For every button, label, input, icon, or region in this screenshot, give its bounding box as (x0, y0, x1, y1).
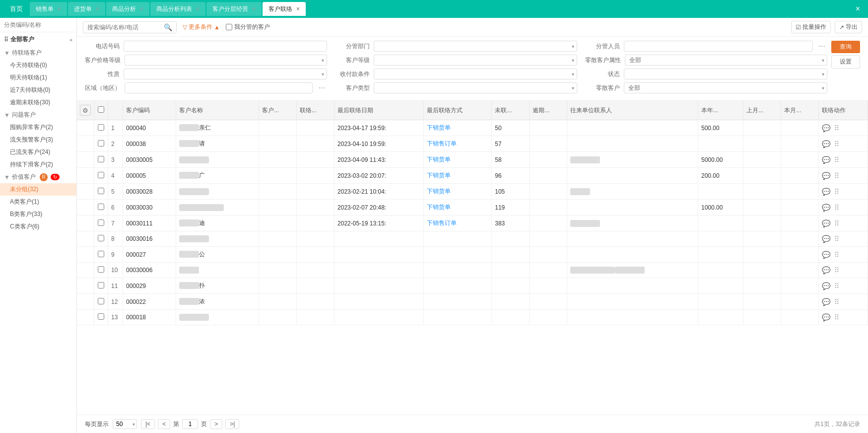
message-icon[interactable]: 💬 (822, 219, 830, 227)
payment-select[interactable] (374, 69, 577, 79)
tab-customer-contact[interactable]: 客户联络 × (263, 2, 306, 16)
last-contact-way[interactable]: 下销货单 (427, 156, 451, 163)
tab-sales[interactable]: 销售单 × (30, 2, 67, 16)
message-icon[interactable]: 💬 (822, 188, 830, 196)
sidebar-item-class-a[interactable]: A类客户(1) (0, 196, 76, 208)
sidebar-item-declining[interactable]: 持续下滑客户(2) (0, 158, 76, 171)
message-icon[interactable]: 💬 (822, 156, 830, 164)
cust-type-select[interactable] (374, 82, 577, 93)
sidebar-item-lost[interactable]: 已流失客户(24) (0, 146, 76, 158)
message-icon[interactable]: 💬 (822, 313, 830, 321)
close-analysis-tab[interactable]: × (140, 2, 143, 16)
grid-action-icon[interactable]: ⠿ (834, 172, 839, 180)
message-icon[interactable]: 💬 (822, 298, 830, 306)
grid-action-icon[interactable]: ⠿ (834, 313, 839, 321)
staff-dots[interactable]: ··· (817, 42, 827, 51)
page-number-input[interactable] (182, 419, 198, 429)
tab-home[interactable]: 首页 (4, 2, 29, 16)
close-purchase-tab[interactable]: × (96, 2, 99, 16)
message-icon[interactable]: 💬 (822, 124, 830, 132)
message-icon[interactable]: 💬 (822, 251, 830, 259)
grid-action-icon[interactable]: ⠿ (834, 124, 839, 132)
sidebar-item-abnormal[interactable]: 囤购异常客户(2) (0, 121, 76, 134)
sidebar-item-class-c[interactable]: C类客户(6) (0, 220, 76, 233)
close-sales-tab[interactable]: × (58, 2, 61, 16)
row-checkbox[interactable] (98, 124, 104, 131)
last-contact-way[interactable]: 下销货单 (427, 124, 451, 131)
tab-analysis-list[interactable]: 商品分析列表 × (150, 2, 205, 16)
all-customers-header[interactable]: ⠿ 全部客户 « (0, 32, 76, 47)
last-contact-way[interactable]: 下销货单 (427, 188, 451, 195)
message-icon[interactable]: 💬 (822, 204, 830, 212)
nav-close-button[interactable]: × (852, 4, 864, 13)
sidebar-item-7days[interactable]: 近7天待联络(0) (0, 84, 76, 96)
select-all-checkbox[interactable] (98, 106, 104, 113)
last-contact-way[interactable]: 下销货单 (427, 172, 451, 179)
row-checkbox[interactable] (98, 156, 104, 162)
tab-customer-mgr[interactable]: 客户分层经营 × (206, 2, 262, 16)
row-checkbox[interactable] (98, 188, 104, 194)
status-select[interactable] (624, 69, 827, 79)
dept-select[interactable] (374, 41, 577, 52)
grid-action-icon[interactable]: ⠿ (834, 219, 839, 227)
row-checkbox[interactable] (98, 298, 104, 304)
message-icon[interactable]: 💬 (822, 235, 830, 243)
last-contact-way[interactable]: 下销售订单 (427, 140, 457, 147)
close-customer-mgr-tab[interactable]: × (252, 2, 256, 16)
nature-select[interactable] (124, 69, 327, 79)
export-button[interactable]: ↗ 导出 (835, 21, 862, 33)
grid-action-icon[interactable]: ⠿ (834, 156, 839, 164)
message-icon[interactable]: 💬 (822, 172, 830, 180)
my-customers-check[interactable] (226, 24, 232, 30)
retail-attr-select[interactable]: 全部 (625, 55, 827, 66)
row-checkbox[interactable] (98, 251, 104, 257)
more-filters-btn[interactable]: ▽ 更多条件 ▲ (183, 23, 220, 31)
price-level-select[interactable] (125, 55, 327, 66)
close-customer-contact-tab[interactable]: × (296, 2, 300, 16)
phone-input[interactable] (124, 41, 327, 52)
region-dots[interactable]: ··· (317, 83, 327, 92)
sidebar-item-warning[interactable]: 流失预警客户(3) (0, 134, 76, 146)
staff-input[interactable] (624, 41, 813, 52)
sidebar-item-overdue[interactable]: 逾期未联络(30) (0, 96, 76, 109)
grid-action-icon[interactable]: ⠿ (834, 235, 839, 243)
grid-action-icon[interactable]: ⠿ (834, 251, 839, 259)
row-checkbox[interactable] (98, 204, 104, 210)
last-contact-way[interactable]: 下销售订单 (427, 219, 457, 226)
message-icon[interactable]: 💬 (822, 266, 830, 274)
tab-purchase[interactable]: 进货单 × (68, 2, 105, 16)
last-page-btn[interactable]: >| (225, 419, 239, 429)
grid-action-icon[interactable]: ⠿ (834, 282, 839, 290)
sidebar-item-today[interactable]: 今天待联络(0) (0, 59, 76, 72)
group-pending-contact[interactable]: ▼ 待联络客户 (0, 47, 76, 59)
tab-analysis[interactable]: 商品分析 × (106, 2, 149, 16)
page-size-select[interactable]: 20 50 100 (113, 419, 137, 429)
prev-page-btn[interactable]: < (158, 419, 170, 429)
row-checkbox[interactable] (98, 266, 104, 273)
query-button[interactable]: 查询 (831, 41, 860, 53)
row-checkbox[interactable] (98, 313, 104, 320)
row-checkbox[interactable] (98, 172, 104, 178)
sidebar-search-input[interactable] (4, 21, 77, 28)
search-input[interactable] (87, 24, 162, 31)
group-value-customers[interactable]: ▼ 价值客户 R ↻ (0, 171, 76, 183)
grid-action-icon[interactable]: ⠿ (834, 140, 839, 148)
sidebar-item-ungrouped[interactable]: 未分组(32) (0, 183, 76, 196)
my-customers-checkbox[interactable]: 我分管的客户 (226, 23, 270, 31)
grid-action-icon[interactable]: ⠿ (834, 204, 839, 212)
message-icon[interactable]: 💬 (822, 282, 830, 290)
reset-button[interactable]: 设置 (831, 55, 860, 69)
grid-action-icon[interactable]: ⠿ (834, 266, 839, 274)
next-page-btn[interactable]: > (210, 419, 222, 429)
first-page-btn[interactable]: |< (141, 419, 155, 429)
row-checkbox[interactable] (98, 282, 104, 289)
row-checkbox[interactable] (98, 140, 104, 146)
last-contact-way[interactable]: 下销货单 (427, 204, 451, 211)
message-icon[interactable]: 💬 (822, 140, 830, 148)
row-checkbox[interactable] (98, 235, 104, 241)
batch-ops-button[interactable]: ☑ 批量操作 (791, 21, 831, 33)
cust-level-select[interactable] (374, 55, 577, 66)
sidebar-item-tomorrow[interactable]: 明天待联络(1) (0, 72, 76, 84)
row-checkbox[interactable] (98, 219, 104, 226)
grid-action-icon[interactable]: ⠿ (834, 188, 839, 196)
